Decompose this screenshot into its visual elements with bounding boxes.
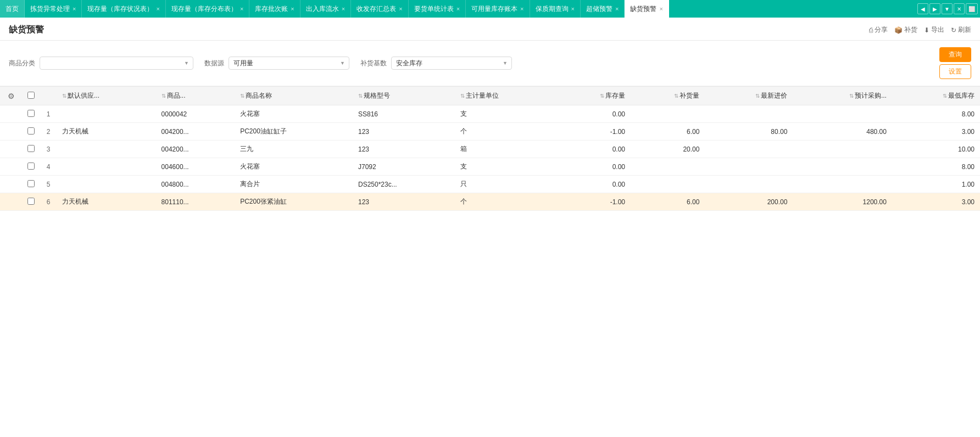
tab-close-batch-account[interactable]: × — [291, 5, 294, 12]
table-row: 5 004800... 离合片 DS250*23c... 只 0.00 1.00 — [0, 176, 980, 193]
row-checkbox-cell — [22, 158, 40, 176]
row-replenish — [631, 158, 705, 176]
row-actions-cell — [0, 176, 22, 193]
row-min-stock: 3.00 — [892, 193, 980, 211]
filter-bar: 商品分类 数据源 可用量 补货基数 安全库存 — [0, 41, 980, 86]
row-checkbox-1[interactable] — [27, 127, 35, 135]
tab-close-available[interactable]: × — [520, 5, 524, 12]
row-checkbox-2[interactable] — [27, 145, 35, 152]
col-latest-price[interactable]: ⇅最新进价 — [705, 87, 793, 105]
tab-close-collection[interactable]: × — [399, 5, 402, 12]
tab-home[interactable]: 首页 — [0, 0, 25, 18]
row-product-code: 004200... — [156, 141, 235, 158]
category-select[interactable] — [40, 57, 193, 70]
row-min-stock: 8.00 — [892, 158, 980, 176]
row-est-purchase: 480.00 — [793, 123, 892, 141]
select-all-checkbox[interactable] — [27, 92, 35, 99]
tab-bar: 首页拣货异常处理×现存量（库存状况表）×现存量（库存分布表）×库存批次账×出入库… — [0, 0, 980, 18]
row-actions-cell — [0, 193, 22, 211]
share-button[interactable]: ⎙ 分享 — [869, 25, 888, 35]
tab-inventory-dist[interactable]: 现存量（库存分布表）× — [166, 0, 249, 18]
col-settings[interactable]: ⚙ — [0, 87, 22, 105]
col-replenish[interactable]: ⇅补货量 — [631, 87, 705, 105]
datasource-label: 数据源 — [204, 59, 224, 68]
row-product-code: 004800... — [156, 176, 235, 193]
col-product-name[interactable]: ⇅商品名称 — [235, 87, 353, 105]
data-table: ⚙ ⇅默认供应... ⇅商品... ⇅商品名称 — [0, 86, 980, 211]
col-spec[interactable]: ⇅规格型号 — [353, 87, 455, 105]
row-num-cell: 2 — [40, 123, 57, 141]
tab-order-stat[interactable]: 要货单统计表× — [409, 0, 466, 18]
row-checkbox-4[interactable] — [27, 180, 35, 187]
refresh-button[interactable]: ↻ 刷新 — [951, 25, 971, 35]
page-header: 缺货预警 ⎙ 分享 📦 补货 ⬇ 导出 ↻ 刷新 — [0, 18, 980, 41]
tab-label: 出入库流水 — [306, 4, 339, 14]
row-spec: 123 — [353, 123, 455, 141]
page-title: 缺货预警 — [9, 24, 44, 36]
export-button[interactable]: ⬇ 导出 — [924, 25, 944, 35]
tab-next-button[interactable]: ▶ — [929, 3, 940, 14]
row-latest-price: 200.00 — [705, 193, 793, 211]
row-latest-price — [705, 141, 793, 158]
col-est-purchase[interactable]: ⇅预计采购... — [793, 87, 892, 105]
tab-close-overstock[interactable]: × — [615, 5, 619, 12]
tab-abnormal[interactable]: 拣货异常处理× — [25, 0, 82, 18]
row-spec: 123 — [353, 193, 455, 211]
settings-button[interactable]: 设置 — [939, 64, 971, 79]
table-row: 4 004600... 火花塞 J7092 支 0.00 8.00 — [0, 158, 980, 176]
tab-close-inventory-status[interactable]: × — [156, 5, 159, 12]
row-product-name: 离合片 — [235, 176, 353, 193]
replenish-base-select[interactable]: 安全库存 — [391, 57, 512, 70]
row-min-stock: 1.00 — [892, 176, 980, 193]
row-est-purchase — [793, 105, 892, 123]
col-product-code[interactable]: ⇅商品... — [156, 87, 235, 105]
share-icon: ⎙ — [869, 26, 873, 34]
row-min-stock: 10.00 — [892, 141, 980, 158]
col-min-stock[interactable]: ⇅最低库存 — [892, 87, 980, 105]
tab-close-all-button[interactable]: ✕ — [954, 3, 965, 14]
tab-inventory-status[interactable]: 现存量（库存状况表）× — [82, 0, 165, 18]
row-checkbox-cell — [22, 105, 40, 123]
tab-inout-flow[interactable]: 出入库流水× — [300, 0, 351, 18]
row-latest-price — [705, 105, 793, 123]
tab-collection[interactable]: 收发存汇总表× — [351, 0, 408, 18]
query-button[interactable]: 查询 — [939, 47, 971, 62]
col-unit[interactable]: ⇅主计量单位 — [455, 87, 556, 105]
tab-prev-button[interactable]: ◀ — [917, 3, 928, 14]
tab-close-order-stat[interactable]: × — [456, 5, 460, 12]
tab-close-abnormal[interactable]: × — [73, 5, 76, 12]
row-min-stock: 8.00 — [892, 105, 980, 123]
tab-shortage[interactable]: 缺货预警× — [625, 0, 669, 18]
settings-icon[interactable]: ⚙ — [8, 92, 15, 100]
tab-label: 现存量（库存状况表） — [87, 4, 153, 14]
tab-close-inventory-dist[interactable]: × — [240, 5, 243, 12]
row-spec: J7092 — [353, 158, 455, 176]
replenish-button[interactable]: 📦 补货 — [894, 25, 917, 35]
tab-close-expiry[interactable]: × — [571, 5, 575, 12]
row-checkbox-5[interactable] — [27, 198, 35, 205]
row-replenish — [631, 176, 705, 193]
col-checkbox — [22, 87, 40, 105]
row-checkbox-3[interactable] — [27, 163, 35, 170]
row-checkbox-cell — [22, 193, 40, 211]
tab-overstock[interactable]: 超储预警× — [581, 0, 625, 18]
tab-batch-account[interactable]: 库存批次账× — [249, 0, 300, 18]
tab-maximize-button[interactable]: ⬜ — [966, 3, 978, 14]
tab-close-shortage[interactable]: × — [659, 5, 662, 12]
tab-expiry[interactable]: 保质期查询× — [530, 0, 581, 18]
row-latest-price — [705, 158, 793, 176]
datasource-select[interactable]: 可用量 — [229, 57, 349, 70]
tab-close-inout-flow[interactable]: × — [342, 5, 345, 12]
table-body: 1 0000042 火花塞 SS816 支 0.00 8.00 2 力天机械 0… — [0, 105, 980, 211]
row-checkbox-0[interactable] — [27, 110, 35, 117]
row-replenish: 6.00 — [631, 193, 705, 211]
tab-menu-button[interactable]: ▼ — [942, 3, 953, 14]
tab-available[interactable]: 可用量库存账本× — [466, 0, 530, 18]
row-min-stock: 3.00 — [892, 123, 980, 141]
row-spec: 123 — [353, 141, 455, 158]
col-supplier[interactable]: ⇅默认供应... — [57, 87, 156, 105]
replenish-base-filter-group: 补货基数 安全库存 — [360, 57, 512, 70]
row-latest-price — [705, 176, 793, 193]
row-actions-cell — [0, 105, 22, 123]
col-stock[interactable]: ⇅库存量 — [556, 87, 631, 105]
